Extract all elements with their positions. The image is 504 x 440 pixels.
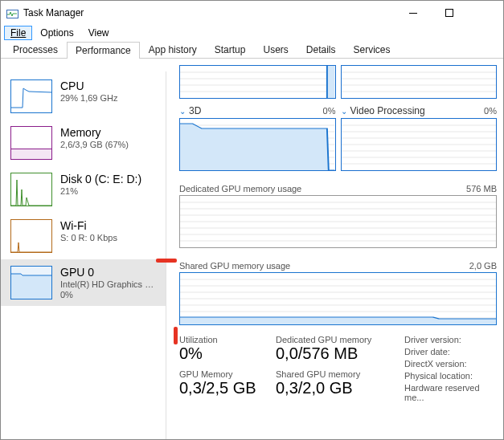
sidebar-item-memory[interactable]: Memory 2,6/3,9 GB (67%) <box>1 120 166 166</box>
mini-3d-graph <box>179 118 336 171</box>
sidebar-gpu-sub: Intel(R) HD Graphics Family <box>60 279 158 289</box>
stat-shr-value: 0,3/2,0 GB <box>276 379 388 397</box>
mini-video-pct: 0% <box>484 106 497 116</box>
dedicated-mem-max: 576 MB <box>466 184 497 194</box>
sidebar: CPU 29% 1,69 GHz Memory 2,6/3,9 GB (67%) <box>1 59 166 439</box>
stat-util-label: Utilization <box>179 335 260 344</box>
menu-options[interactable]: Options <box>34 26 80 40</box>
sidebar-item-disk[interactable]: Disk 0 (C: E: D:) 21% <box>1 166 166 213</box>
tab-app-history[interactable]: App history <box>140 41 206 58</box>
sidebar-memory-title: Memory <box>60 126 158 139</box>
tab-details[interactable]: Details <box>297 41 345 58</box>
shared-mem-graph <box>179 272 497 325</box>
menu-view[interactable]: View <box>82 26 116 40</box>
stat-driver-version: Driver version: <box>404 335 497 344</box>
shared-mem-max: 2,0 GB <box>469 261 497 271</box>
stat-util-value: 0% <box>179 344 260 363</box>
tab-processes[interactable]: Processes <box>4 41 67 58</box>
sidebar-item-cpu[interactable]: CPU 29% 1,69 GHz <box>1 73 166 120</box>
tab-performance[interactable]: Performance <box>67 42 140 59</box>
sidebar-gpu-pct: 0% <box>60 290 158 299</box>
stat-hardware-reserved: Hardware reserved me... <box>404 383 497 402</box>
mini-video-graph <box>341 118 498 171</box>
dedicated-mem-label: Dedicated GPU memory usage <box>179 184 301 194</box>
detail-panel: ⌄ 3D 0% ⌄ Video Processing 0% <box>166 59 503 439</box>
sidebar-disk-sub: 21% <box>60 186 158 196</box>
gpu-top-graph-left <box>179 65 336 99</box>
maximize-button[interactable] <box>431 2 467 24</box>
svg-rect-3 <box>11 149 51 159</box>
stat-driver-date: Driver date: <box>404 347 497 356</box>
mini-3d-pct: 0% <box>323 106 336 116</box>
sidebar-cpu-title: CPU <box>60 79 158 92</box>
stat-gpum-value: 0,3/2,5 GB <box>179 379 260 397</box>
stat-ded-value: 0,0/576 MB <box>276 344 388 363</box>
sidebar-wifi-title: Wi-Fi <box>60 219 158 232</box>
sidebar-memory-sub: 2,6/3,9 GB (67%) <box>60 140 158 149</box>
sidebar-gpu-title: GPU 0 <box>60 266 158 279</box>
mini-video-label: Video Processing <box>350 105 425 116</box>
chevron-down-icon[interactable]: ⌄ <box>179 107 186 116</box>
svg-marker-10 <box>180 66 335 98</box>
sidebar-wifi-sub: S: 0 R: 0 Kbps <box>60 233 158 242</box>
sidebar-cpu-sub: 29% 1,69 GHz <box>60 93 158 103</box>
gpu-top-graph-right <box>341 65 498 99</box>
dedicated-mem-graph <box>179 195 497 248</box>
task-manager-icon <box>6 6 18 19</box>
menu-file[interactable]: File <box>4 26 32 40</box>
stat-directx: DirectX version: <box>404 359 497 369</box>
tab-startup[interactable]: Startup <box>206 41 255 58</box>
sidebar-disk-title: Disk 0 (C: E: D:) <box>60 173 158 185</box>
sidebar-item-wifi[interactable]: Wi-Fi S: 0 R: 0 Kbps <box>1 213 166 259</box>
menubar: File Options View <box>1 25 503 41</box>
titlebar: Task Manager <box>1 1 503 25</box>
minimize-button[interactable] <box>395 2 431 24</box>
stat-shr-label: Shared GPU memory <box>276 369 388 379</box>
stat-gpum-label: GPU Memory <box>179 369 260 379</box>
shared-mem-label: Shared GPU memory usage <box>179 261 290 271</box>
tab-users[interactable]: Users <box>254 41 297 58</box>
svg-rect-2 <box>445 10 453 17</box>
window-title: Task Manager <box>23 7 395 18</box>
chevron-down-icon[interactable]: ⌄ <box>341 107 347 116</box>
stat-location: Physical location: <box>404 371 497 381</box>
mini-3d-label: 3D <box>189 105 201 116</box>
sidebar-item-gpu[interactable]: GPU 0 Intel(R) HD Graphics Family 0% <box>1 259 166 306</box>
svg-marker-23 <box>180 124 335 170</box>
stat-ded-label: Dedicated GPU memory <box>276 335 388 344</box>
tabbar: Processes Performance App history Startu… <box>1 41 503 59</box>
svg-marker-5 <box>11 274 51 299</box>
tab-services[interactable]: Services <box>345 41 400 58</box>
